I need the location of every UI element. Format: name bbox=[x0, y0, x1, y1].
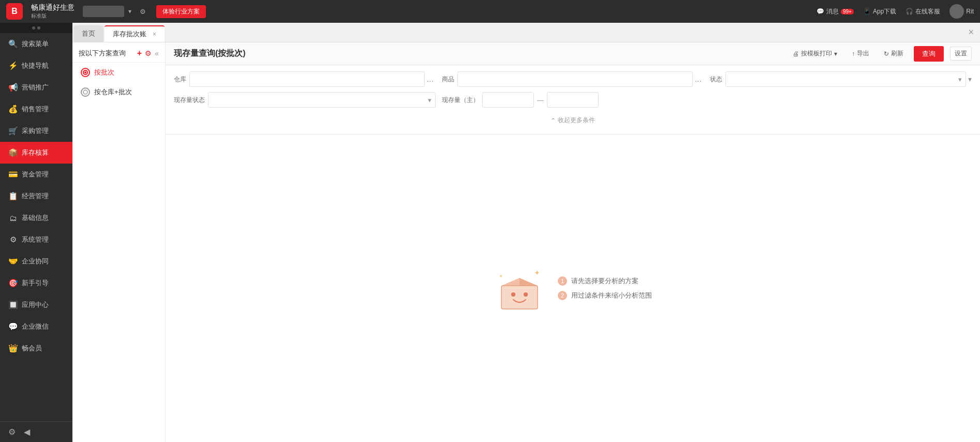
sidebar-item-marketing[interactable]: 📢 营销推广 bbox=[0, 77, 72, 98]
svg-marker-5 bbox=[519, 278, 538, 286]
content-area: 首页 库存批次账 × × 按以下方案查询 + ⚙ « bbox=[72, 23, 980, 442]
tip-num-1: 1 bbox=[558, 276, 567, 286]
empty-icon: ✦ ✦ bbox=[494, 262, 545, 314]
settings-btn[interactable]: 设置 bbox=[950, 47, 972, 61]
user-profile[interactable]: Rit bbox=[949, 4, 974, 19]
sidebar: 🔍 搜索菜单 ⚡ 快捷导航 📢 营销推广 💰 销售管理 🛒 采购管理 📦 bbox=[0, 23, 72, 442]
top-bar: B 畅康通好生意 标准版 ▾ ⚙ 体验行业方案 💬 消息 99+ 📱 App下载… bbox=[0, 0, 980, 23]
left-panel: 按以下方案查询 + ⚙ « 按批次 bbox=[72, 42, 166, 442]
message-btn[interactable]: 💬 消息 99+ bbox=[816, 7, 854, 16]
sidebar-item-finance[interactable]: 💳 资金管理 bbox=[0, 164, 72, 185]
empty-tips: 1 请先选择要分析的方案 2 用过滤条件来缩小分析范围 bbox=[558, 276, 652, 300]
dropdown-arrow[interactable]: ▾ bbox=[128, 8, 131, 15]
product-filter: 商品 ... bbox=[442, 71, 704, 87]
experience-btn[interactable]: 体验行业方案 bbox=[156, 5, 206, 18]
main-close-icon[interactable]: × bbox=[962, 27, 980, 38]
tab-home[interactable]: 首页 bbox=[73, 25, 103, 42]
status-select[interactable] bbox=[725, 71, 966, 87]
message-icon: 💬 bbox=[816, 8, 824, 15]
filter-row-1: 仓库 ... 商品 ... 状态 bbox=[174, 71, 972, 87]
filter-area: 仓库 ... 商品 ... 状态 bbox=[166, 65, 980, 135]
sidebar-search[interactable]: 🔍 搜索菜单 bbox=[0, 33, 72, 55]
warehouse-dots[interactable]: ... bbox=[425, 75, 436, 84]
marketing-icon: 📢 bbox=[8, 83, 18, 92]
online-service-btn[interactable]: 🎧 在线客服 bbox=[905, 7, 940, 16]
page-title: 现存量查询(按批次) bbox=[174, 48, 246, 59]
phone-icon: 📱 bbox=[863, 8, 871, 15]
sidebar-toggle-icon[interactable]: ◀ bbox=[24, 427, 30, 437]
system-icon: ⚙ bbox=[8, 235, 18, 244]
sidebar-scroll: 🔍 搜索菜单 ⚡ 快捷导航 📢 营销推广 💰 销售管理 🛒 采购管理 📦 bbox=[0, 33, 72, 421]
sidebar-item-newbie[interactable]: 🎯 新手引导 bbox=[0, 272, 72, 294]
scheme-active-icon bbox=[81, 68, 90, 77]
empty-tip-2: 2 用过滤条件来缩小分析范围 bbox=[558, 291, 652, 300]
newbie-icon: 🎯 bbox=[8, 278, 18, 288]
scheme-item-batch[interactable]: 按批次 bbox=[72, 63, 165, 82]
sidebar-item-quick-nav[interactable]: ⚡ 快捷导航 bbox=[0, 55, 72, 77]
print-icon: 🖨 bbox=[793, 50, 799, 57]
quick-nav-icon: ⚡ bbox=[8, 61, 18, 70]
scheme-settings-icon[interactable]: ⚙ bbox=[145, 49, 152, 57]
sidebar-item-purchase[interactable]: 🛒 采购管理 bbox=[0, 120, 72, 142]
sidebar-settings-icon[interactable]: ⚙ bbox=[8, 427, 16, 437]
sidebar-item-sales[interactable]: 💰 销售管理 bbox=[0, 98, 72, 120]
stock-qty-to-input[interactable] bbox=[547, 92, 599, 108]
scheme-item-warehouse-batch[interactable]: 按仓库+批次 bbox=[72, 82, 165, 102]
svg-rect-3 bbox=[501, 286, 538, 309]
sidebar-item-enterprise[interactable]: 🤝 企业协同 bbox=[0, 251, 72, 272]
search-icon: 🔍 bbox=[8, 39, 18, 49]
scheme-inactive-icon bbox=[81, 87, 90, 97]
export-btn[interactable]: ↑ 导出 bbox=[848, 47, 873, 60]
warehouse-input[interactable] bbox=[189, 71, 425, 87]
print-dropdown-arrow: ▾ bbox=[834, 50, 837, 57]
sales-icon: 💰 bbox=[8, 105, 18, 114]
avatar bbox=[949, 4, 964, 19]
enterprise-icon: 🤝 bbox=[8, 257, 18, 266]
empty-tip-1: 1 请先选择要分析的方案 bbox=[558, 276, 652, 286]
add-scheme-btn[interactable]: + bbox=[137, 49, 142, 58]
sidebar-item-inventory[interactable]: 📦 库存核算 bbox=[0, 142, 72, 164]
sidebar-item-operation[interactable]: 📋 经营管理 bbox=[0, 185, 72, 207]
warehouse-filter: 仓库 ... bbox=[174, 71, 436, 87]
print-btn[interactable]: 🖨 按模板打印 ▾ bbox=[789, 47, 841, 60]
main-content: 现存量查询(按批次) 🖨 按模板打印 ▾ ↑ 导出 ↻ bbox=[166, 42, 980, 442]
status-dropdown-arrow: ▾ bbox=[968, 75, 972, 83]
sidebar-bottom: ⚙ ◀ bbox=[0, 421, 72, 442]
app-download-btn[interactable]: 📱 App下载 bbox=[863, 7, 896, 16]
refresh-btn[interactable]: ↻ 刷新 bbox=[880, 47, 908, 60]
refresh-icon: ↻ bbox=[884, 50, 889, 57]
sidebar-item-apps[interactable]: 🔲 应用中心 bbox=[0, 294, 72, 316]
tab-inventory-batch[interactable]: 库存批次账 × bbox=[105, 25, 165, 42]
query-btn[interactable]: 查询 bbox=[914, 46, 944, 62]
stock-qty-dash: — bbox=[534, 96, 547, 104]
sidebar-item-wechat[interactable]: 💬 企业微信 bbox=[0, 316, 72, 337]
headset-icon: 🎧 bbox=[905, 8, 913, 15]
settings-icon[interactable]: ⚙ bbox=[140, 8, 146, 16]
operation-icon: 📋 bbox=[8, 191, 18, 201]
inventory-icon: 📦 bbox=[8, 148, 18, 157]
collapse-btn[interactable]: ⌃ 收起更多条件 bbox=[174, 113, 972, 128]
svg-point-8 bbox=[524, 292, 528, 297]
stock-status-select[interactable] bbox=[208, 92, 436, 108]
sidebar-item-basic[interactable]: 🗂 基础信息 bbox=[0, 207, 72, 229]
left-panel-header: 按以下方案查询 + ⚙ « bbox=[72, 42, 165, 63]
app-logo: B bbox=[6, 3, 23, 20]
product-dots[interactable]: ... bbox=[693, 75, 704, 84]
product-input[interactable] bbox=[457, 71, 693, 87]
tab-bar: 首页 库存批次账 × × bbox=[72, 23, 980, 42]
page-title-bar: 现存量查询(按批次) 🖨 按模板打印 ▾ ↑ 导出 ↻ bbox=[166, 42, 980, 65]
panel-collapse-icon[interactable]: « bbox=[155, 49, 159, 57]
tab-bar-wrapper: 首页 库存批次账 × × bbox=[72, 23, 980, 42]
tab-close-btn[interactable]: × bbox=[153, 31, 156, 38]
message-badge: 99+ bbox=[841, 9, 854, 14]
sidebar-item-member[interactable]: 👑 畅会员 bbox=[0, 337, 72, 359]
filter-row-2: 现存量状态 现存量（主） — bbox=[174, 92, 972, 108]
sidebar-item-system[interactable]: ⚙ 系统管理 bbox=[0, 229, 72, 251]
stock-qty-from-input[interactable] bbox=[482, 92, 534, 108]
wechat-icon: 💬 bbox=[8, 322, 18, 331]
svg-text:✦: ✦ bbox=[499, 273, 503, 279]
tip-num-2: 2 bbox=[558, 291, 567, 300]
finance-icon: 💳 bbox=[8, 170, 18, 179]
member-icon: 👑 bbox=[8, 344, 18, 353]
svg-point-1 bbox=[84, 71, 86, 73]
